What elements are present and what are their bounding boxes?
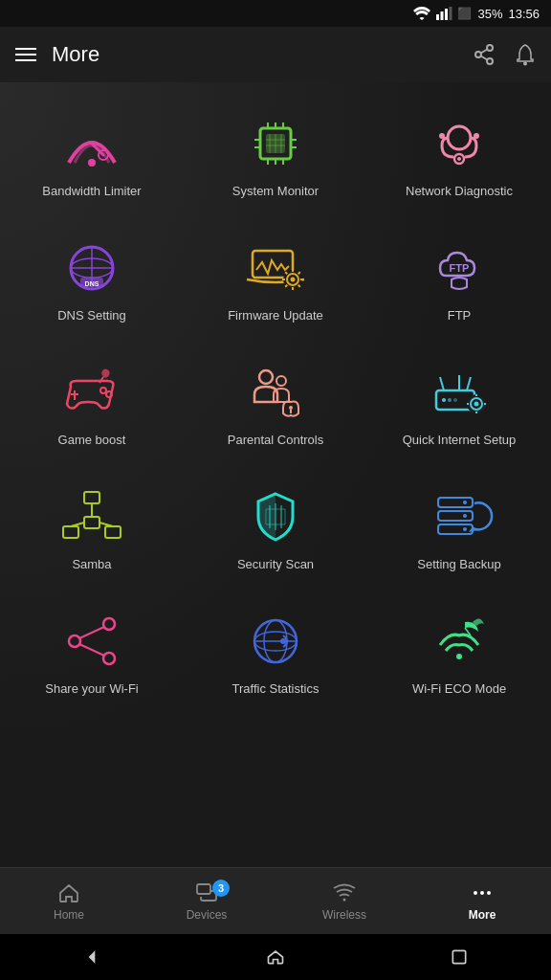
svg-point-11 bbox=[88, 159, 96, 167]
bottom-nav: Home 3 Devices Wireless More bbox=[0, 867, 551, 934]
grid-item-parental-controls[interactable]: Parental Controls bbox=[184, 341, 367, 465]
firmware-update-label: Firmware Update bbox=[228, 308, 323, 324]
grid-item-firmware-update[interactable]: Firmware Update bbox=[184, 216, 367, 341]
svg-point-69 bbox=[453, 398, 457, 402]
security-scan-label: Security Scan bbox=[237, 557, 314, 573]
grid-item-game-boost[interactable]: Game boost bbox=[0, 341, 184, 465]
nav-item-more[interactable]: More bbox=[413, 881, 551, 922]
home-nav-icon bbox=[57, 881, 80, 904]
svg-point-61 bbox=[289, 406, 293, 410]
svg-point-103 bbox=[280, 638, 286, 644]
grid-item-security-scan[interactable]: Security Scan bbox=[184, 465, 367, 590]
features-grid: Bandwidth Limiter bbox=[0, 82, 551, 724]
game-boost-label: Game boost bbox=[58, 433, 126, 449]
network-diagnostic-label: Network Diagnostic bbox=[406, 184, 513, 200]
system-monitor-icon bbox=[245, 113, 306, 174]
recents-button[interactable] bbox=[440, 938, 478, 976]
svg-point-109 bbox=[480, 891, 484, 895]
ftp-label: FTP bbox=[448, 308, 472, 324]
share-wifi-label: Share your Wi-Fi bbox=[45, 681, 139, 698]
svg-rect-0 bbox=[436, 14, 439, 20]
battery-icon: ⬛ bbox=[457, 7, 472, 20]
signal-icon bbox=[436, 7, 452, 20]
svg-point-108 bbox=[474, 891, 477, 895]
grid-item-network-diagnostic[interactable]: Network Diagnostic bbox=[367, 92, 551, 216]
grid-item-setting-backup[interactable]: Setting Backup bbox=[367, 465, 551, 590]
svg-rect-106 bbox=[197, 884, 210, 894]
svg-point-72 bbox=[474, 401, 479, 406]
svg-rect-77 bbox=[84, 492, 99, 503]
devices-badge: 3 bbox=[212, 880, 230, 897]
svg-point-59 bbox=[259, 370, 273, 384]
nav-item-home[interactable]: Home bbox=[0, 881, 138, 922]
grid-item-dns-setting[interactable]: DNS DNS Setting bbox=[0, 216, 184, 341]
svg-point-104 bbox=[456, 654, 462, 659]
parental-controls-icon bbox=[245, 362, 306, 423]
svg-point-95 bbox=[103, 618, 115, 630]
grid-item-bandwidth-limiter[interactable]: Bandwidth Limiter bbox=[0, 92, 184, 216]
svg-line-8 bbox=[481, 50, 488, 54]
svg-text:FTP: FTP bbox=[450, 262, 470, 274]
svg-point-6 bbox=[487, 58, 493, 64]
security-scan-icon bbox=[245, 486, 306, 547]
svg-point-4 bbox=[487, 45, 493, 51]
share-icon[interactable] bbox=[473, 43, 496, 66]
more-nav-label: More bbox=[469, 908, 496, 922]
svg-point-110 bbox=[487, 891, 491, 895]
svg-point-67 bbox=[442, 398, 446, 402]
header: More bbox=[0, 27, 551, 82]
grid-item-system-monitor[interactable]: System Monitor bbox=[184, 92, 367, 216]
grid-item-wifi-eco[interactable]: Wi-Fi ECO Mode bbox=[367, 590, 551, 714]
svg-line-97 bbox=[79, 627, 104, 638]
svg-point-94 bbox=[69, 635, 80, 647]
svg-point-92 bbox=[463, 527, 467, 531]
quick-internet-setup-icon bbox=[429, 362, 490, 423]
svg-text:DNS: DNS bbox=[85, 279, 99, 286]
grid-item-samba[interactable]: Samba bbox=[0, 465, 184, 590]
svg-line-7 bbox=[481, 56, 488, 60]
svg-line-66 bbox=[467, 377, 471, 390]
grid-item-ftp[interactable]: FTP FTP bbox=[367, 216, 551, 341]
svg-rect-79 bbox=[105, 526, 121, 538]
svg-rect-80 bbox=[84, 517, 99, 528]
bandwidth-limiter-label: Bandwidth Limiter bbox=[42, 184, 141, 200]
grid-item-traffic-statistics[interactable]: Traffic Statistics bbox=[184, 590, 367, 714]
bandwidth-limiter-icon bbox=[61, 113, 122, 174]
back-button[interactable] bbox=[73, 938, 111, 976]
svg-point-30 bbox=[448, 126, 471, 149]
svg-point-90 bbox=[463, 501, 467, 504]
svg-rect-2 bbox=[445, 9, 448, 20]
svg-marker-111 bbox=[89, 950, 96, 963]
dns-setting-label: DNS Setting bbox=[57, 308, 126, 324]
share-wifi-icon bbox=[61, 611, 122, 672]
svg-rect-87 bbox=[438, 498, 473, 507]
svg-point-56 bbox=[100, 388, 106, 393]
nav-item-wireless[interactable]: Wireless bbox=[276, 881, 413, 922]
status-icons: ⬛ 35% 13:56 bbox=[413, 7, 540, 21]
ftp-icon: FTP bbox=[429, 237, 490, 299]
home-button[interactable] bbox=[256, 938, 295, 976]
svg-point-32 bbox=[457, 157, 461, 161]
header-left: More bbox=[15, 42, 99, 67]
grid-item-share-wifi[interactable]: Share your Wi-Fi bbox=[0, 590, 184, 714]
svg-point-44 bbox=[291, 277, 296, 281]
hamburger-menu[interactable] bbox=[15, 48, 36, 61]
nav-item-devices[interactable]: 3 Devices bbox=[138, 881, 276, 922]
setting-backup-icon bbox=[429, 486, 490, 547]
battery-percent: 35% bbox=[477, 7, 502, 21]
traffic-statistics-icon bbox=[245, 611, 306, 672]
svg-point-60 bbox=[276, 376, 286, 386]
grid-item-quick-internet-setup[interactable]: Quick Internet Setup bbox=[367, 341, 551, 465]
svg-point-96 bbox=[103, 653, 115, 664]
svg-point-5 bbox=[475, 52, 481, 57]
svg-rect-1 bbox=[441, 11, 444, 20]
notification-icon[interactable] bbox=[515, 43, 536, 66]
svg-point-57 bbox=[106, 391, 112, 397]
devices-nav-label: Devices bbox=[187, 908, 228, 922]
svg-line-98 bbox=[79, 644, 104, 656]
svg-point-9 bbox=[523, 62, 527, 66]
svg-point-68 bbox=[448, 398, 452, 402]
wifi-eco-icon bbox=[429, 611, 490, 672]
svg-point-34 bbox=[474, 133, 479, 139]
dns-setting-icon: DNS bbox=[61, 237, 122, 299]
